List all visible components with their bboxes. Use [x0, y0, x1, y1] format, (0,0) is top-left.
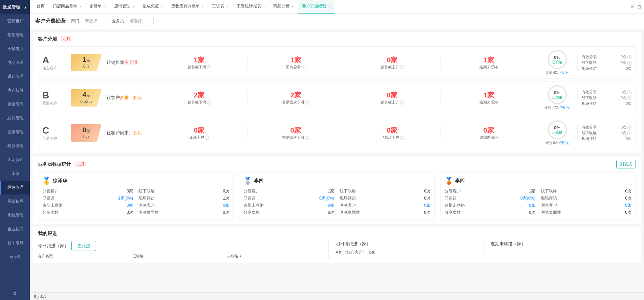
sidebar-item-jcxx[interactable]: 基础信息 [0, 194, 30, 208]
sidebar-item-yyyp[interactable]: 云应用 [0, 250, 30, 264]
divider2 [484, 241, 484, 259]
info-icon[interactable]: i [400, 65, 404, 69]
sidebar-item-gdzy[interactable]: 固定资产 [0, 153, 30, 167]
info-icon[interactable]: i [205, 136, 209, 140]
close-icon[interactable]: × [104, 4, 106, 8]
tab-store-mgmt[interactable]: 店铺管理× [110, 0, 138, 14]
tier-b-circle: 0% 已联络 [548, 85, 567, 104]
close-icon[interactable]: × [202, 4, 204, 8]
sidebar-item-xsgl[interactable]: 销售管理 [0, 28, 30, 42]
info-icon[interactable]: i [301, 65, 305, 69]
sidebar-item-zjgl[interactable]: 资金管理 [0, 97, 30, 111]
tab-product-analysis[interactable]: 商品分析× [269, 0, 298, 14]
info-icon[interactable]: i [627, 90, 631, 94]
tier-c-plan-link[interactable]: 0天/次 [559, 141, 569, 145]
sidebar-item-dscgl[interactable]: 电商管理 [0, 56, 30, 70]
close-icon[interactable]: × [328, 4, 330, 8]
go-follow-button[interactable]: 去跟进 [71, 241, 96, 251]
sidebar-item-qyxt[interactable]: 企业协同 [0, 222, 30, 236]
tier-a-stat-2-label: 销售额上升 i [381, 65, 404, 70]
tier-c-stat-2-count: 0家 [387, 126, 397, 135]
window-icon[interactable]: ⊡ [637, 4, 641, 9]
tab-payroll[interactable]: 工资表× [208, 0, 232, 14]
sidebar-item-fpgl[interactable]: 发票管理 [0, 125, 30, 139]
staff-card-2: 🥉 李四 分管客户1家 线下联络0次 已跟进0家(0%) 现场拜访0次 逾期未联… [440, 172, 636, 220]
list-view-button[interactable]: 列表式 [616, 160, 636, 168]
info-icon[interactable]: i [400, 100, 404, 105]
tier-b-count: 4 [82, 91, 86, 98]
tier-b-stat-3: 1家 逾期未联络 [440, 91, 537, 105]
info-icon[interactable]: i [627, 96, 631, 100]
info-icon[interactable]: i [207, 65, 211, 69]
info-icon[interactable]: i [627, 125, 631, 130]
tier-b-name: 重要客户 [42, 101, 66, 106]
tier-a-stat-1-label: 回购异常 i [286, 65, 305, 70]
tier-c-stat-0-count: 0家 [194, 126, 204, 135]
dept-select[interactable]: 请选择 [82, 17, 109, 25]
follow-section: 我的跟进 今日跟进（家） 去跟进 客户类型 已联络 未联络 ● 明日待跟 [33, 227, 641, 263]
customer-tier-header: 客户分层 九月 [38, 36, 636, 42]
staff-card-1: 🥈 李四 分管客户1家 线下联络0次 已跟进0家(0%) 现场拜访0次 逾期未联… [239, 172, 435, 220]
tier-b-amount: 4家 0.53万 [66, 89, 107, 107]
tab-voucher[interactable]: 生成凭证× [138, 0, 167, 14]
tab-ar-ap[interactable]: 应收应付调整单× [167, 0, 208, 14]
tier-c-circle-plan: 计划 0次 0天/次 [545, 141, 569, 145]
staff-1-stat-2: 已跟进0家(0%) [243, 195, 334, 201]
follow-content: 今日跟进（家） 去跟进 客户类型 已联络 未联络 ● 明日待跟进（家） A客（核… [38, 241, 636, 259]
staff-2-stat-0: 分管客户1家 [445, 188, 535, 194]
sidebar-item-xcdsc[interactable]: 小畅电商 [0, 42, 30, 56]
tab-bar-end: ✕ ⊡ [630, 4, 641, 9]
sidebar-item-xtgl[interactable]: 系统管理 [0, 208, 30, 222]
sidebar-item-yxtg[interactable]: 营销推广 [0, 14, 30, 28]
info-icon[interactable]: i [305, 136, 309, 140]
info-icon[interactable]: i [627, 131, 631, 135]
close-icon[interactable]: × [226, 4, 228, 8]
sidebar-item-xsyd[interactable]: 新手引导 [0, 236, 30, 250]
tier-a-stat-0-label: 销售额下滑 i [188, 65, 211, 70]
follow-today-header: 今日跟进（家） 去跟进 [38, 241, 320, 251]
tier-a-stat-2-count: 0家 [387, 55, 397, 65]
staff-select[interactable]: 请选择 [127, 17, 154, 25]
info-icon[interactable]: i [305, 100, 309, 105]
filter-more-icon[interactable]: ··· [156, 19, 163, 24]
staff-2-stat-3: 现场拜访0次 [541, 195, 631, 201]
tab-home[interactable]: 首页 [33, 0, 49, 14]
tab-payroll-report[interactable]: 工资统计报表× [233, 0, 269, 14]
tab-bar: 首页 门店商品目录× 销货单× 店铺管理× 生成凭证× 应收应付调整单× 工资表… [30, 0, 644, 14]
sidebar-settings[interactable]: ⚙ [0, 287, 30, 300]
sidebar-item-kcha[interactable]: 库存核算 [0, 84, 30, 97]
staff-1-stat-3: 现场拜访0次 [340, 195, 430, 201]
info-icon[interactable]: i [207, 100, 211, 105]
tier-b-plan-link[interactable]: 7天/次 [560, 106, 570, 110]
sidebar-item-zzgl[interactable]: 总账管理 [0, 111, 30, 125]
info-icon[interactable]: i [627, 61, 631, 65]
tier-b-slogan: 让客户多来、多买 [107, 95, 151, 101]
close-icon[interactable]: × [161, 4, 163, 8]
tier-a-name: 核心客户 [42, 66, 66, 71]
close-icon[interactable]: × [263, 4, 265, 8]
tab-store-products[interactable]: 门店商品目录× [49, 0, 85, 14]
tier-a-stat-3-label: 逾期未联络 [479, 65, 498, 70]
info-icon[interactable]: i [400, 136, 404, 140]
sidebar-item-gz[interactable]: 工资 [0, 167, 30, 181]
close-all-icon[interactable]: ✕ [630, 4, 635, 9]
sidebar-top[interactable]: 批发管理 ▲ [0, 0, 30, 14]
tier-b-right-stat-1: 线下联络 0次 i [582, 95, 631, 100]
sidebar-item-swgl[interactable]: 税务管理 [0, 139, 30, 153]
sidebar-item-cggl[interactable]: 采购管理 [0, 70, 30, 84]
close-icon[interactable]: × [132, 4, 134, 8]
tier-c-amount-val: 0万 [75, 134, 98, 140]
info-icon[interactable]: i [627, 55, 631, 59]
customer-tier-month: 九月 [60, 36, 73, 42]
tier-b-amount-val: 0.53万 [75, 99, 98, 105]
staff-0-stats: 分管客户0家 线下联络0次 已跟进1家(0%) 现场拜访1次 逾期未联络0家 浏… [42, 188, 229, 215]
follow-tomorrow-a: A客（核心客户） 0家 [336, 250, 477, 255]
staff-0-name: 徐泽华 [53, 178, 67, 184]
tier-a-plan-link[interactable]: 7天/次 [559, 71, 569, 74]
close-icon[interactable]: × [292, 4, 294, 8]
tier-c-stat-3-count: 0家 [483, 126, 494, 135]
tab-customer-tier[interactable]: 客户分层经营× [298, 0, 335, 14]
close-icon[interactable]: × [79, 4, 81, 8]
tab-sales-order[interactable]: 销货单× [85, 0, 110, 14]
sidebar-item-jygl[interactable]: 经营管理 [0, 181, 30, 194]
